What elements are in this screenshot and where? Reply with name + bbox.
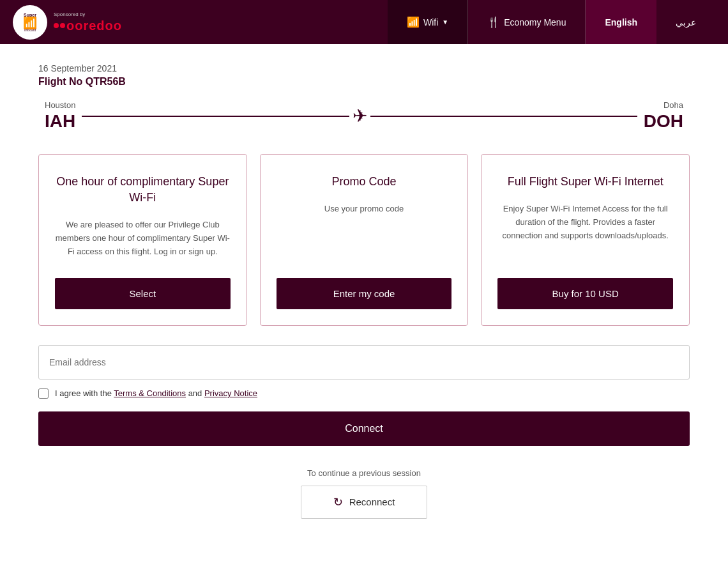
nav-wifi-label: Wifi bbox=[423, 17, 438, 27]
card-promo-title: Promo Code bbox=[331, 174, 396, 190]
flight-number-row: Flight No QTR56B bbox=[38, 76, 690, 88]
oor-dot-2 bbox=[60, 23, 65, 28]
nav-economy-label: Economy Menu bbox=[504, 17, 566, 27]
lang-arabic-label: عربي bbox=[676, 17, 696, 27]
oor-dot-1 bbox=[54, 23, 59, 28]
select-button[interactable]: Select bbox=[55, 278, 231, 309]
main-nav: 📶 Wifi ▼ 🍴 Economy Menu English عربي bbox=[388, 0, 715, 44]
ooredoo-dots bbox=[54, 23, 65, 28]
wifi-nav-icon: 📶 bbox=[407, 16, 420, 28]
logo-area: Super 📶 onboard Sponsored by ooredoo bbox=[13, 5, 122, 40]
buy-button[interactable]: Buy for 10 USD bbox=[497, 278, 673, 309]
main-content: 16 September 2021 Flight No QTR56B Houst… bbox=[0, 44, 728, 544]
flight-date: 16 September 2021 bbox=[38, 63, 690, 73]
line-left bbox=[82, 116, 349, 117]
main-header: Super 📶 onboard Sponsored by ooredoo 📶 W… bbox=[0, 0, 728, 44]
email-field[interactable] bbox=[38, 345, 690, 380]
route-container: Houston IAH ✈ Doha DOH bbox=[38, 100, 690, 132]
nav-economy[interactable]: 🍴 Economy Menu bbox=[468, 0, 586, 44]
reconnect-icon: ↻ bbox=[333, 495, 343, 509]
ooredoo-logo-wrapper: Sponsored by ooredoo bbox=[54, 12, 122, 33]
card-full-flight: Full Flight Super Wi-Fi Internet Enjoy S… bbox=[481, 154, 690, 326]
card-promo: Promo Code Use your promo code Enter my … bbox=[260, 154, 469, 326]
lang-english-button[interactable]: English bbox=[586, 0, 656, 44]
dest-city-code: DOH bbox=[644, 111, 683, 132]
dest-city-name: Doha bbox=[644, 100, 683, 110]
connect-button[interactable]: Connect bbox=[38, 411, 690, 446]
flight-number: QTR56B bbox=[86, 76, 126, 87]
terms-checkbox[interactable] bbox=[38, 388, 49, 399]
origin-city-name: Houston bbox=[45, 100, 75, 110]
ooredoo-name: ooredoo bbox=[66, 19, 122, 33]
reconnect-button-label: Reconnect bbox=[349, 496, 395, 507]
lang-english-label: English bbox=[605, 17, 637, 27]
origin-city: Houston IAH bbox=[45, 100, 75, 132]
card-full-flight-desc: Enjoy Super Wi-Fi Internet Access for th… bbox=[497, 203, 673, 259]
line-right bbox=[370, 116, 637, 117]
terms-row: I agree with the Terms & Conditions and … bbox=[38, 388, 690, 399]
nav-wifi[interactable]: 📶 Wifi ▼ bbox=[388, 0, 468, 44]
enter-code-button[interactable]: Enter my code bbox=[277, 278, 452, 309]
reconnect-button[interactable]: ↻ Reconnect bbox=[301, 486, 428, 519]
wifi-logo-icon: 📶 bbox=[23, 17, 37, 29]
sponsored-by-text: Sponsored by bbox=[54, 12, 85, 17]
chevron-down-icon: ▼ bbox=[442, 19, 448, 26]
card-complimentary-desc: We are pleased to offer our Privilege Cl… bbox=[55, 219, 231, 258]
dest-city: Doha DOH bbox=[644, 100, 683, 132]
card-promo-desc: Use your promo code bbox=[324, 203, 404, 259]
origin-city-code: IAH bbox=[45, 111, 75, 132]
plane-icon: ✈ bbox=[353, 105, 367, 127]
cards-row: One hour of complimentary Super Wi-Fi We… bbox=[38, 154, 690, 326]
route-line: ✈ bbox=[82, 105, 637, 127]
terms-text: I agree with the Terms & Conditions and … bbox=[55, 388, 257, 398]
privacy-notice-link[interactable]: Privacy Notice bbox=[204, 388, 257, 398]
reconnect-label: To continue a previous session bbox=[38, 468, 690, 478]
card-full-flight-title: Full Flight Super Wi-Fi Internet bbox=[508, 174, 664, 190]
super-wifi-logo: Super 📶 onboard bbox=[13, 5, 47, 40]
flight-label: Flight No bbox=[38, 76, 82, 87]
terms-conditions-link[interactable]: Terms & Conditions bbox=[114, 388, 186, 398]
card-complimentary-title: One hour of complimentary Super Wi-Fi bbox=[55, 174, 231, 206]
ooredoo-brand: ooredoo bbox=[54, 19, 122, 33]
logo-onboard-text: onboard bbox=[23, 29, 37, 32]
economy-nav-icon: 🍴 bbox=[487, 16, 500, 28]
reconnect-section: To continue a previous session ↻ Reconne… bbox=[38, 468, 690, 519]
lang-arabic-button[interactable]: عربي bbox=[656, 0, 715, 44]
card-complimentary: One hour of complimentary Super Wi-Fi We… bbox=[38, 154, 247, 326]
